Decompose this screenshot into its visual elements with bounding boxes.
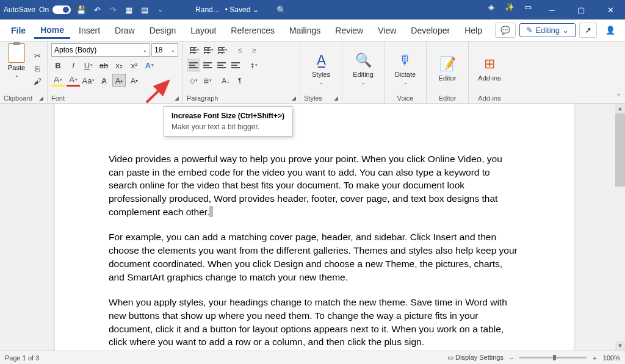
align-center-button[interactable] xyxy=(201,59,214,72)
tab-file[interactable]: File xyxy=(5,22,32,39)
show-marks-button[interactable]: ¶ xyxy=(233,74,247,87)
paragraph-dialog-launcher[interactable]: ◢ xyxy=(292,95,296,101)
highlight-button[interactable]: A xyxy=(51,75,65,87)
doc-name[interactable]: Rand… xyxy=(195,5,220,14)
multilevel-button[interactable] xyxy=(215,43,228,57)
tab-review[interactable]: Review xyxy=(329,22,369,39)
increase-font-button[interactable]: A▴ xyxy=(112,74,126,87)
increase-indent-button[interactable]: ≥ xyxy=(247,43,261,57)
editing-mode-button[interactable]: ✎ Editing ⌄ xyxy=(519,23,576,37)
tab-help[interactable]: Help xyxy=(458,22,488,39)
shading-button[interactable]: ◇ xyxy=(187,74,200,87)
decrease-indent-button[interactable]: ≤ xyxy=(233,43,247,57)
tab-references[interactable]: References xyxy=(225,22,281,39)
autosave-label: AutoSave xyxy=(4,5,35,14)
font-name-combo[interactable]: Aptos (Body)⌄ xyxy=(51,43,150,57)
zoom-in-button[interactable]: + xyxy=(593,354,596,362)
addins-group-label: Add-ins xyxy=(478,95,500,102)
align-left-button[interactable] xyxy=(187,59,200,72)
justify-button[interactable] xyxy=(229,59,242,72)
editor-label: Editor xyxy=(439,74,457,82)
minimize-button[interactable]: ─ xyxy=(541,1,563,18)
autosave-toggle[interactable]: AutoSave On xyxy=(4,5,71,14)
paste-button[interactable]: Paste ⌄ xyxy=(4,43,29,93)
qat-icon[interactable]: ▦ xyxy=(123,4,134,15)
save-icon[interactable]: 💾 xyxy=(76,4,87,15)
sort-button[interactable]: A↓ xyxy=(219,74,233,87)
tab-home[interactable]: Home xyxy=(34,21,70,39)
addins-icon: ⊞ xyxy=(481,55,498,73)
share-button[interactable]: ↗ xyxy=(579,23,597,38)
styles-btn-label: Styles xyxy=(312,71,330,78)
qat-icon-2[interactable]: ▤ xyxy=(139,4,150,15)
superscript-button[interactable]: x² xyxy=(128,59,141,72)
change-case-button[interactable]: Aa xyxy=(82,74,95,87)
strikethrough-button[interactable]: ab xyxy=(97,59,110,72)
subscript-button[interactable]: x₂ xyxy=(112,59,126,72)
styles-button[interactable]: A̲Styles⌄ xyxy=(304,43,338,93)
styles-dialog-launcher[interactable]: ◢ xyxy=(334,95,338,101)
clear-formatting-button[interactable]: A̷ xyxy=(97,74,110,87)
tab-insert[interactable]: Insert xyxy=(73,22,106,39)
premium-icon[interactable]: ◈ xyxy=(486,1,497,12)
addins-button[interactable]: ⊞Add-ins xyxy=(472,43,507,93)
paragraph-1[interactable]: Video provides a powerful way to help yo… xyxy=(109,152,520,218)
bullets-button[interactable] xyxy=(187,43,200,57)
comments-button[interactable]: 💬 xyxy=(495,23,516,38)
text-cursor xyxy=(209,206,213,217)
clipboard-dialog-launcher[interactable]: ◢ xyxy=(39,95,43,101)
italic-button[interactable]: I xyxy=(67,59,80,72)
dictate-button[interactable]: 🎙Dictate⌄ xyxy=(388,43,422,93)
ribbon-mode-icon[interactable]: ▭ xyxy=(522,1,533,12)
document-page[interactable]: Video provides a powerful way to help yo… xyxy=(55,104,574,351)
tab-draw[interactable]: Draw xyxy=(109,22,141,39)
search-icon[interactable]: 🔍 xyxy=(276,4,287,15)
format-painter-icon[interactable]: 🖌 xyxy=(31,76,43,87)
underline-button[interactable]: U xyxy=(82,59,95,72)
borders-button[interactable]: ⊞ xyxy=(201,74,214,87)
align-right-button[interactable] xyxy=(215,59,228,72)
account-button[interactable]: 👤 xyxy=(601,23,620,37)
tab-layout[interactable]: Layout xyxy=(184,22,222,39)
redo-icon[interactable]: ↷ xyxy=(107,4,118,15)
copy-icon[interactable]: ⎘ xyxy=(31,63,43,74)
scroll-thumb[interactable] xyxy=(615,113,625,187)
font-dialog-launcher[interactable]: ◢ xyxy=(175,95,179,101)
numbering-button[interactable] xyxy=(201,43,214,57)
paragraph-3[interactable]: When you apply styles, your headings cha… xyxy=(109,296,520,349)
paragraph-2[interactable]: For example, you can add a matching cove… xyxy=(109,230,520,284)
close-button[interactable]: ✕ xyxy=(599,1,621,18)
tab-mailings[interactable]: Mailings xyxy=(283,22,327,39)
cut-icon[interactable]: ✂ xyxy=(31,50,43,61)
mic-icon: 🎙 xyxy=(397,52,414,69)
editing-button[interactable]: 🔍Editing⌄ xyxy=(346,43,380,93)
zoom-level[interactable]: 100% xyxy=(603,354,620,362)
font-size-combo[interactable]: 18⌄ xyxy=(151,43,178,57)
decrease-font-button[interactable]: A▾ xyxy=(128,74,141,87)
undo-icon[interactable]: ↶ xyxy=(92,4,103,15)
styles-icon: A̲ xyxy=(312,52,330,69)
tab-view[interactable]: View xyxy=(372,22,402,39)
scroll-up-button[interactable]: ▲ xyxy=(615,104,625,113)
tooltip: Increase Font Size (Ctrl+Shift+>) Make y… xyxy=(164,106,292,137)
statusbar: Page 1 of 3 ▭ Display Settings − + 100% xyxy=(0,351,625,364)
save-status[interactable]: • Saved ⌄ xyxy=(225,5,259,14)
collapse-ribbon-button[interactable]: ⌃ xyxy=(616,93,621,101)
editor-button[interactable]: 📝Editor xyxy=(430,43,464,93)
wand-icon[interactable]: ✨ xyxy=(504,1,515,12)
line-spacing-button[interactable]: ‡ xyxy=(247,59,261,72)
page-indicator[interactable]: Page 1 of 3 xyxy=(5,354,39,362)
tab-developer[interactable]: Developer xyxy=(405,22,456,39)
tab-design[interactable]: Design xyxy=(143,22,182,39)
zoom-slider[interactable] xyxy=(519,357,587,359)
text-effects-button[interactable]: A xyxy=(143,59,156,72)
customize-qat-icon[interactable]: ⌄ xyxy=(155,4,166,15)
bold-button[interactable]: B xyxy=(51,59,65,72)
display-settings-button[interactable]: ▭ Display Settings xyxy=(447,354,504,362)
zoom-out-button[interactable]: − xyxy=(510,354,513,362)
font-color-button[interactable]: A xyxy=(67,75,80,87)
maximize-button[interactable]: ▢ xyxy=(570,1,592,18)
styles-label: Styles xyxy=(304,95,322,102)
scroll-down-button[interactable]: ▼ xyxy=(615,341,625,351)
vertical-scrollbar[interactable]: ▲ ▼ xyxy=(615,104,625,351)
